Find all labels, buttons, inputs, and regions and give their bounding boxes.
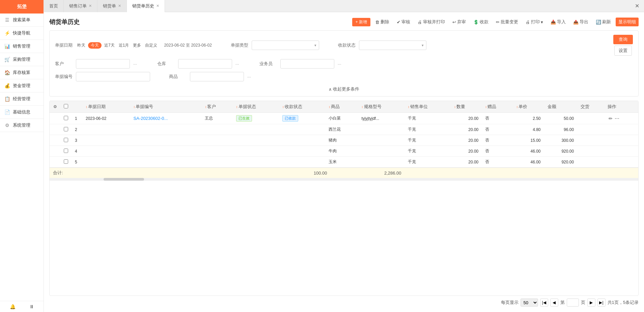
tab-sales-history-close[interactable]: ✕ xyxy=(156,4,159,8)
filter-row-2: 客户 ··· 仓库 ··· 业务员 ··· xyxy=(55,59,633,69)
query-btn-group: 查询 设置 xyxy=(613,35,633,56)
row-checkbox[interactable] xyxy=(64,149,68,153)
notification-icon[interactable]: 🔔 xyxy=(10,304,16,309)
tab-sales-order-close[interactable]: ✕ xyxy=(89,4,92,8)
row-checkbox[interactable] xyxy=(64,159,68,164)
doc-no-input[interactable] xyxy=(76,72,150,81)
th-unit[interactable]: ↕销售单位 xyxy=(404,101,451,113)
search-menu-icon: ☰ xyxy=(4,17,10,23)
shortcut-more[interactable]: 更多 xyxy=(132,42,142,49)
sidebar-item-finance-mgmt[interactable]: 💰 资金管理 xyxy=(0,79,44,93)
row-checkbox[interactable] xyxy=(64,127,68,131)
table-cell: 2023-06-02 xyxy=(82,113,130,124)
page-size-select[interactable]: 50 100 200 xyxy=(521,298,538,307)
shortcut-7days[interactable]: 近7天 xyxy=(103,42,116,49)
page-size-label: 每页显示 xyxy=(501,300,519,306)
th-goods[interactable]: ↕商品 xyxy=(325,101,358,113)
settings-button[interactable]: 设置 xyxy=(614,46,632,56)
table-cell: 小白菜 xyxy=(325,113,358,124)
customer-ellipsis[interactable]: ··· xyxy=(132,61,138,67)
warehouse-ellipsis[interactable]: ··· xyxy=(234,61,241,67)
table-cell: 已收款 xyxy=(279,113,325,124)
th-settings[interactable]: ⚙ xyxy=(50,101,60,113)
table-cell: 5 xyxy=(72,157,82,167)
doc-no-link[interactable]: SA-20230602-0... xyxy=(133,116,168,121)
show-detail-button[interactable]: 显示明细 xyxy=(616,18,639,26)
sidebar-item-ops-mgmt[interactable]: 📋 经营管理 xyxy=(0,93,44,106)
import-button[interactable]: 📥 导入 xyxy=(548,18,568,26)
next-page-btn[interactable]: ▶ xyxy=(587,298,595,307)
goods-ellipsis[interactable]: ··· xyxy=(246,74,252,79)
sidebar-item-inventory[interactable]: 🏠 库存核算 xyxy=(0,66,44,79)
edit-op-icon[interactable]: ✏ xyxy=(609,116,613,121)
sidebar-item-quick-nav[interactable]: ⚡ 快捷导航 xyxy=(0,27,44,40)
tab-sales-goods[interactable]: 销货单 ✕ xyxy=(97,0,127,12)
sidebar-item-sales-mgmt-label: 销售管理 xyxy=(13,43,30,49)
refresh-button[interactable]: 🔄 刷新 xyxy=(593,18,614,26)
shortcut-custom[interactable]: 自定义 xyxy=(144,42,159,49)
audit-print-button[interactable]: 🖨 审核并打印 xyxy=(415,18,448,26)
first-page-btn[interactable]: |◀ xyxy=(540,298,548,307)
audit-button[interactable]: ✔ 审核 xyxy=(394,18,413,26)
goods-input[interactable] xyxy=(190,72,244,81)
batch-change-button[interactable]: ✏ 批量变更 xyxy=(493,18,521,26)
pay-status-select[interactable] xyxy=(359,41,426,50)
query-button[interactable]: 查询 xyxy=(613,35,633,44)
tab-sales-history[interactable]: 销货单历史 ✕ xyxy=(127,0,165,12)
filter-row-3: 单据编号 商品 ··· xyxy=(55,72,633,81)
th-doc-status[interactable]: ↕单据状态 xyxy=(233,101,279,113)
shortcut-yesterday[interactable]: 昨天 xyxy=(76,42,87,49)
last-page-btn[interactable]: ▶| xyxy=(597,298,606,307)
customer-input[interactable] xyxy=(76,59,130,69)
scrollbar-thumb[interactable] xyxy=(104,178,144,181)
th-pay-status[interactable]: ↕收款状态 xyxy=(279,101,325,113)
salesman-ellipsis[interactable]: ··· xyxy=(336,61,343,67)
salesman-input[interactable] xyxy=(280,59,334,69)
sidebar-item-sys-mgmt[interactable]: ⚙ 系统管理 xyxy=(0,119,44,132)
more-op-icon[interactable]: ⋯ xyxy=(615,116,619,121)
goods-label: 商品 xyxy=(169,74,188,80)
th-price[interactable]: ↕单价 xyxy=(513,101,544,113)
th-customer[interactable]: ↕客户 xyxy=(201,101,232,113)
prev-page-btn[interactable]: ◀ xyxy=(550,298,558,307)
th-spec[interactable]: ↕规格型号 xyxy=(358,101,404,113)
sidebar-item-base-info[interactable]: 📄 基础信息 xyxy=(0,106,44,119)
table-cell: 96.00 xyxy=(544,124,578,135)
export-button[interactable]: 📤 导出 xyxy=(570,18,591,26)
table-cell xyxy=(201,124,232,135)
shortcut-1month[interactable]: 近1月 xyxy=(117,42,131,49)
pause-icon[interactable]: ⏸ xyxy=(29,304,34,309)
new-button[interactable]: + 新增 xyxy=(352,18,370,26)
row-checkbox[interactable] xyxy=(64,138,68,142)
th-gift[interactable]: ↕赠品 xyxy=(482,101,513,113)
abandon-button[interactable]: ↩ 弃审 xyxy=(450,18,469,26)
warehouse-input[interactable] xyxy=(178,59,232,69)
select-all-checkbox[interactable] xyxy=(64,104,68,108)
delete-button[interactable]: 🗑 删除 xyxy=(372,18,392,26)
sidebar-item-finance-mgmt-label: 资金管理 xyxy=(13,83,30,89)
th-checkbox[interactable] xyxy=(60,101,72,113)
sidebar-item-sales-mgmt[interactable]: 📊 销售管理 xyxy=(0,40,44,53)
th-qty[interactable]: ↕数量 xyxy=(451,101,482,113)
collapse-button[interactable]: ∧ 收起更多条件 xyxy=(329,86,359,92)
sidebar-item-purchase-mgmt[interactable]: 🛒 采购管理 xyxy=(0,53,44,66)
th-date[interactable]: ↕单据日期 xyxy=(82,101,130,113)
tab-sales-order[interactable]: 销售订单 ✕ xyxy=(64,0,97,12)
shortcut-today[interactable]: 今天 xyxy=(88,42,102,49)
sidebar-item-search-menu[interactable]: ☰ 搜索菜单 xyxy=(0,14,44,27)
main-content: 首页 销售订单 ✕ 销货单 ✕ 销货单历史 ✕ ✕ 销货单历史 + 新增 🗑 删… xyxy=(44,0,644,312)
th-doc-no[interactable]: ↕单据编号 xyxy=(130,101,201,113)
table-cell xyxy=(60,146,72,157)
row-checkbox[interactable] xyxy=(64,116,68,120)
collect-button[interactable]: 💲 收款 xyxy=(471,18,491,26)
page-number-input[interactable]: 1 xyxy=(567,298,579,307)
tab-home[interactable]: 首页 xyxy=(44,0,64,12)
horizontal-scrollbar[interactable] xyxy=(50,178,638,181)
print-button[interactable]: 🖨 打印 ▾ xyxy=(523,18,546,26)
table-cell: 千克 xyxy=(404,135,451,146)
tab-bar-close-all-btn[interactable]: ✕ xyxy=(633,3,641,9)
doc-type-select[interactable] xyxy=(252,41,319,50)
pay-status-select-wrap xyxy=(359,41,426,50)
footer-label: 合计: xyxy=(53,170,66,176)
tab-sales-goods-close[interactable]: ✕ xyxy=(118,4,121,8)
